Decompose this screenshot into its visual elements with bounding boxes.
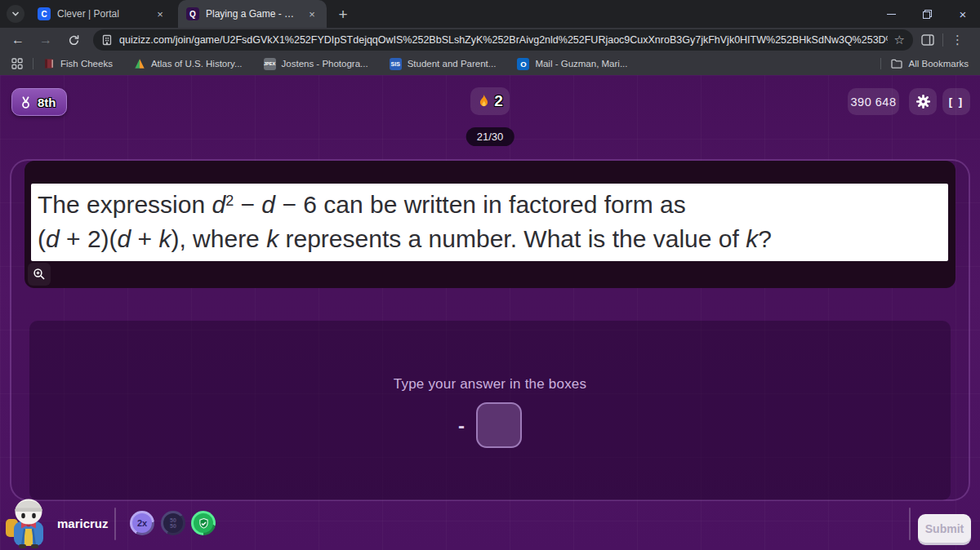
managed-building-icon [101,34,113,46]
bookmark-label: Mail - Guzman, Mari... [535,59,627,69]
forward-button[interactable]: → [34,30,57,50]
answer-input[interactable] [476,402,522,448]
address-bar[interactable]: quizizz.com/join/game/U2FsdGVkX1%252FYDI… [93,29,913,51]
fullscreen-button[interactable]: [ ] [942,88,970,115]
all-bookmarks-button[interactable]: All Bookmarks [880,58,969,69]
question-panel: The expression d2 − d − 6 can be written… [24,161,956,288]
powerup-fifty-fifty[interactable]: 50 50 [161,511,185,535]
streak-counter: 2 [470,87,510,115]
bookmarks-separator [33,58,33,69]
bookmark-student-parent[interactable]: SIS Student and Parent... [390,58,497,70]
bookmark-label: Fish Cheeks [60,59,113,69]
new-tab-button[interactable]: + [333,5,353,24]
score-display: 390 648 [848,88,899,115]
close-window-button[interactable]: × [956,7,970,21]
outlook-icon: O [517,58,529,70]
book-icon [43,58,55,69]
answer-row: - [29,402,951,448]
close-tab-icon[interactable]: × [154,7,167,20]
bookmark-fish-cheeks[interactable]: Fish Cheeks [43,58,113,69]
fullscreen-icon: [ ] [949,95,964,108]
bookmarks-separator [880,58,881,69]
answer-instruction: Type your answer in the boxes [29,376,951,393]
back-button[interactable]: ← [7,30,29,50]
folder-icon [891,59,902,69]
gear-icon [915,94,931,109]
question-progress: 21/30 [466,127,514,146]
fifty-fifty-icon: 50 50 [163,513,183,533]
reload-button[interactable] [62,30,85,50]
quizizz-game-page: 8th 2 21/30 390 648 [0,75,980,550]
question-box: The expression d2 − d − 6 can be written… [31,184,948,261]
rank-label: 8th [38,95,56,109]
bookmark-label: Jostens - Photogra... [282,59,368,69]
restore-icon [923,10,932,19]
browser-toolbar: ← → quizizz.com/join/game/U2FsdGVkX1%252… [0,28,980,52]
powerup-shield[interactable] [191,511,216,535]
tab-strip: C Clever | Portal × Q Playing a Game - Q… [0,0,980,28]
question-text: The expression d2 − d − 6 can be written… [38,189,942,255]
streak-count: 2 [494,92,503,110]
flame-icon [477,94,491,109]
rank-badge[interactable]: 8th [11,88,67,116]
player-avatar [5,495,52,550]
player-name: maricruz [57,517,109,530]
fifty-top: 50 [170,517,176,523]
bookmarks-bar: Fish Cheeks Atlas of U.S. History... JPE… [0,52,980,75]
bookmark-atlas-history[interactable]: Atlas of U.S. History... [134,58,243,69]
bookmark-mail-guzman[interactable]: O Mail - Guzman, Mari... [517,58,627,70]
tab-clever-portal[interactable]: C Clever | Portal × [29,0,175,28]
minimize-icon [887,14,896,15]
tab-title: Clever | Portal [57,8,147,20]
tab-search-button[interactable] [7,5,24,23]
toolbar-right: ⋮ [921,33,964,47]
window-controls: × [884,0,980,28]
minimize-button[interactable] [884,7,898,21]
tab-quizizz[interactable]: Q Playing a Game - Quizizz × [178,0,327,28]
browser-window: C Clever | Portal × Q Playing a Game - Q… [0,0,980,550]
bookmark-label: Atlas of U.S. History... [151,59,243,69]
browser-menu-button[interactable]: ⋮ [951,33,964,47]
quizizz-favicon-icon: Q [186,7,199,20]
fifty-bottom: 50 [170,523,176,529]
settings-button[interactable] [909,88,937,115]
bookmark-label: Student and Parent... [408,59,497,69]
medal-icon [19,95,33,109]
reload-icon [68,34,80,47]
chevron-down-icon [11,10,20,18]
magnifier-plus-icon [33,268,46,281]
bottom-bar: maricruz 2x 50 50 Submit [0,495,980,550]
side-panel-icon[interactable] [921,34,934,46]
apps-grid-icon[interactable] [11,58,23,69]
name-separator [114,508,116,540]
shield-check-icon [198,517,210,530]
toolbar-separator [942,33,943,47]
triangle-logo-icon [134,58,145,69]
all-bookmarks-label: All Bookmarks [909,59,969,69]
bookmark-star-icon[interactable]: ☆ [894,33,905,47]
zoom-question-button[interactable] [28,263,51,286]
close-tab-icon[interactable]: × [305,7,318,20]
tab-title: Playing a Game - Quizizz [206,8,299,20]
url-text: quizizz.com/join/game/U2FsdGVkX1%252FYDI… [119,34,888,46]
jpex-badge-icon: JPEX [264,58,276,70]
clever-favicon-icon: C [38,7,51,20]
bookmark-jostens[interactable]: JPEX Jostens - Photogra... [264,58,368,70]
submit-button[interactable]: Submit [918,514,971,543]
sis-badge-icon: SIS [390,58,402,70]
answer-panel: Type your answer in the boxes - [29,321,951,500]
powerup-double-points[interactable]: 2x [130,511,154,535]
submit-separator [909,508,911,540]
restore-button[interactable] [920,7,934,21]
double-points-icon: 2x [132,513,152,533]
minus-sign: - [458,413,465,437]
